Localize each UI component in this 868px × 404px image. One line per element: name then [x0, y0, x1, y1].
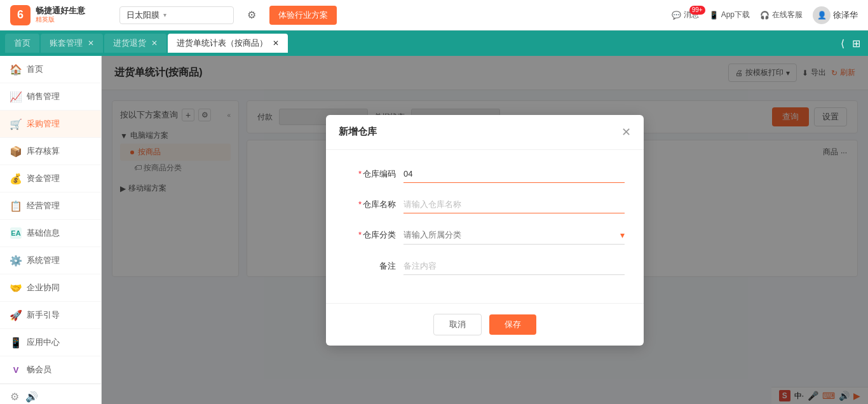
name-input[interactable] [403, 196, 625, 213]
category-select-wrap[interactable]: ▾ [403, 226, 625, 245]
sidebar-item-home[interactable]: 🏠 首页 [0, 56, 101, 83]
content-area: 进货单统计(按商品) 🖨 按模板打印 ▾ ⬇ 导出 ↻ 刷新 [102, 56, 868, 404]
logo-area: 6 畅捷通好生意 精英版 [10, 5, 112, 25]
tab-purchase-return-label: 进货退货 [113, 37, 146, 49]
search-value: 日太阳膜 [126, 10, 159, 21]
sidebar-item-inventory[interactable]: 📦 库存核算 [0, 138, 101, 165]
collab-icon: 🤝 [10, 282, 22, 293]
logo-title: 畅捷通好生意 [36, 6, 85, 16]
app-label: App下载 [721, 10, 750, 20]
remark-label: 备注 [345, 260, 396, 272]
modal-body: *仓库编码 *仓库名称 *仓库分类 [326, 150, 644, 303]
user-name: 徐泽华 [833, 10, 858, 21]
sidebar-label-purchase: 采购管理 [27, 118, 60, 130]
sidebar-label-operations: 经营管理 [27, 200, 60, 212]
headset-icon: 🎧 [760, 11, 770, 20]
tab-purchase-stats[interactable]: 进货单统计表（按商品） ✕ [168, 34, 288, 53]
exp-btn[interactable]: 体验行业方案 [269, 6, 337, 25]
sidebar-item-operations[interactable]: 📋 经营管理 [0, 192, 101, 220]
modal-header: 新增仓库 ✕ [326, 115, 644, 150]
sidebar-label-base-info: 基础信息 [27, 227, 60, 239]
form-row-category: *仓库分类 ▾ [345, 226, 625, 245]
tab-prev-btn[interactable]: ⟨ [838, 36, 847, 51]
modal-new-warehouse: 新增仓库 ✕ *仓库编码 *仓库名称 [326, 115, 644, 346]
main-layout: 🏠 首页 📈 销售管理 🛒 采购管理 📦 库存核算 💰 资金管理 📋 经营管理 … [0, 56, 868, 404]
purchase-icon: 🛒 [10, 118, 22, 130]
sidebar-settings-icon[interactable]: ⚙ [10, 391, 19, 403]
tab-home-label: 首页 [14, 37, 31, 49]
user-menu[interactable]: 👤 徐泽华 [813, 6, 858, 24]
tab-purchase-stats-label: 进货单统计表（按商品） [177, 37, 268, 49]
form-row-name: *仓库名称 [345, 196, 625, 213]
category-arrow-icon: ▾ [620, 230, 625, 240]
sidebar-label-inventory: 库存核算 [27, 145, 60, 157]
sidebar-label-collab: 企业协同 [27, 282, 60, 293]
category-input[interactable] [403, 230, 620, 239]
header-right: 💬 消息 99+ 📱 App下载 🎧 在线客服 👤 徐泽华 [672, 6, 858, 24]
service-label: 在线客服 [772, 10, 803, 20]
avatar: 👤 [813, 6, 831, 24]
sidebar-item-base-info[interactable]: EA 基础信息 [0, 220, 101, 247]
member-icon: V [10, 364, 22, 375]
modal-footer: 取消 保存 [326, 303, 644, 346]
service-btn[interactable]: 🎧 在线客服 [760, 10, 803, 20]
inventory-icon: 📦 [10, 145, 22, 157]
base-info-icon: EA [10, 227, 22, 239]
modal-overlay: 新增仓库 ✕ *仓库编码 *仓库名称 [102, 56, 868, 404]
sidebar-item-collab[interactable]: 🤝 企业协同 [0, 274, 101, 302]
sidebar-label-member: 畅会员 [27, 364, 51, 375]
tab-bar-controls: ⟨ ⊞ [838, 36, 863, 51]
sidebar-label-guide: 新手引导 [27, 309, 60, 321]
tab-purchase-return-close-icon[interactable]: ✕ [151, 39, 158, 48]
app-download-btn[interactable]: 📱 App下载 [709, 10, 750, 20]
logo-icon: 6 [10, 5, 31, 25]
sidebar-label-system: 系统管理 [27, 255, 60, 266]
code-input[interactable] [403, 165, 625, 183]
tab-account-close-icon[interactable]: ✕ [88, 39, 94, 48]
operations-icon: 📋 [10, 200, 22, 212]
sidebar-item-system[interactable]: ⚙️ 系统管理 [0, 247, 101, 274]
modal-close-btn[interactable]: ✕ [621, 125, 631, 139]
message-icon: 💬 [672, 11, 681, 20]
sales-icon: 📈 [10, 91, 22, 102]
name-label: *仓库名称 [345, 199, 396, 210]
category-label: *仓库分类 [345, 229, 396, 241]
message-count-badge: 99+ [689, 6, 705, 15]
sidebar-item-apps[interactable]: 📱 应用中心 [0, 329, 101, 356]
message-btn[interactable]: 💬 消息 99+ [672, 10, 699, 20]
modal-title: 新增仓库 [339, 126, 377, 138]
sidebar-label-apps: 应用中心 [27, 337, 60, 348]
guide-icon: 🚀 [10, 309, 22, 321]
sidebar-bottom: ⚙ 🔊 [0, 384, 101, 404]
sidebar-item-sales[interactable]: 📈 销售管理 [0, 83, 101, 111]
tab-next-btn[interactable]: ⊞ [850, 36, 863, 51]
tab-account-label: 账套管理 [50, 37, 83, 49]
form-row-remark: 备注 [345, 257, 625, 275]
sidebar-label-finance: 资金管理 [27, 173, 60, 184]
cancel-btn[interactable]: 取消 [433, 314, 482, 335]
code-label: *仓库编码 [345, 168, 396, 180]
tab-home[interactable]: 首页 [5, 34, 39, 53]
tab-bar: 首页 账套管理 ✕ 进货退货 ✕ 进货单统计表（按商品） ✕ ⟨ ⊞ [0, 30, 868, 56]
sidebar-item-member[interactable]: V 畅会员 [0, 356, 101, 384]
tab-account[interactable]: 账套管理 ✕ [41, 34, 103, 53]
remark-input[interactable] [403, 257, 625, 275]
finance-icon: 💰 [10, 173, 22, 184]
logo-text: 畅捷通好生意 精英版 [36, 6, 85, 25]
system-icon: ⚙️ [10, 255, 22, 266]
save-btn[interactable]: 保存 [489, 314, 536, 335]
sidebar: 🏠 首页 📈 销售管理 🛒 采购管理 📦 库存核算 💰 资金管理 📋 经营管理 … [0, 56, 102, 404]
tab-purchase-return[interactable]: 进货退货 ✕ [104, 34, 166, 53]
app-icon: 📱 [709, 11, 719, 20]
search-dropdown[interactable]: 日太阳膜 ▾ [119, 6, 234, 24]
logo-icon-text: 6 [17, 8, 24, 22]
tab-purchase-stats-close-icon[interactable]: ✕ [273, 39, 279, 48]
top-header: 6 畅捷通好生意 精英版 日太阳膜 ▾ ⚙ 体验行业方案 💬 消息 99+ 📱 … [0, 0, 868, 30]
sidebar-item-guide[interactable]: 🚀 新手引导 [0, 302, 101, 329]
sidebar-label-home: 首页 [27, 64, 43, 75]
settings-icon[interactable]: ⚙ [241, 5, 262, 25]
sidebar-item-finance[interactable]: 💰 资金管理 [0, 165, 101, 192]
sidebar-label-sales: 销售管理 [27, 91, 60, 102]
sidebar-volume-icon[interactable]: 🔊 [25, 391, 38, 403]
sidebar-item-purchase[interactable]: 🛒 采购管理 [0, 111, 101, 138]
